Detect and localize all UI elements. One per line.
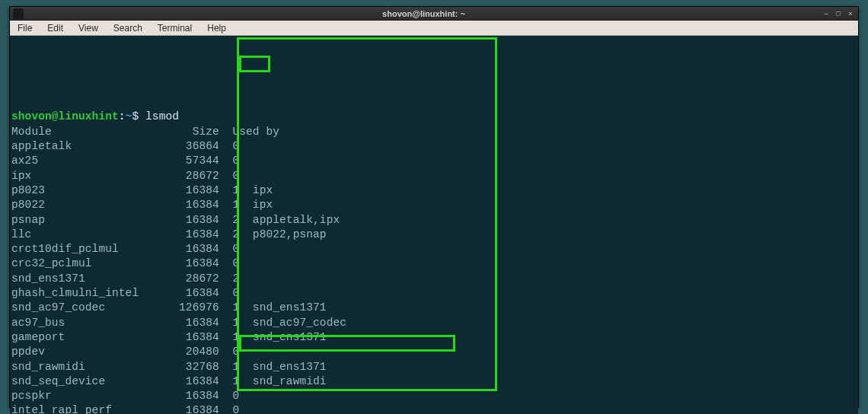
command-text: lsmod [145, 110, 179, 123]
lsmod-row: ax25 57344 0 [11, 154, 857, 168]
titlebar[interactable]: shovon@linuxhint: ~ – □ × [10, 7, 858, 21]
lsmod-row: snd_ac97_codec 126976 1 snd_ens1371 [11, 301, 857, 315]
lsmod-row: p8022 16384 1 ipx [11, 198, 857, 212]
window-title: shovon@linuxhint: ~ [27, 9, 821, 18]
window-controls: – □ × [821, 8, 856, 19]
terminal-output[interactable]: shovon@linuxhint:~$ lsmodModule Size Use… [10, 36, 858, 414]
prompt-colon: : [119, 110, 126, 123]
lsmod-row: llc 16384 2 p8022,psnap [11, 228, 857, 242]
lsmod-row: crct10dif_pclmul 16384 0 [11, 242, 857, 256]
menu-help[interactable]: Help [199, 21, 234, 35]
prompt-dollar: $ [132, 110, 145, 123]
lsmod-row: appletalk 36864 0 [11, 139, 857, 154]
lsmod-row: snd_seq_device 16384 1 snd_rawmidi [11, 374, 857, 389]
lsmod-row: pcspkr 16384 0 [11, 389, 857, 403]
lsmod-row: ghash_clmulni_intel 16384 0 [11, 286, 857, 301]
maximize-button[interactable]: □ [833, 8, 844, 19]
lsmod-row: ppdev 20480 0 [11, 345, 857, 359]
terminal-window: shovon@linuxhint: ~ – □ × FileEditViewSe… [9, 6, 859, 408]
menu-view[interactable]: View [71, 21, 106, 35]
prompt-user-host: shovon@linuxhint [11, 110, 119, 123]
menu-search[interactable]: Search [106, 21, 150, 35]
minimize-button[interactable]: – [821, 8, 831, 19]
lsmod-row: gameport 16384 1 snd_ens1371 [11, 330, 857, 345]
lsmod-row: crc32_pclmul 16384 0 [11, 256, 857, 271]
menubar: FileEditViewSearchTerminalHelp [10, 21, 858, 36]
prompt-line: shovon@linuxhint:~$ lsmod [11, 110, 857, 124]
lsmod-row: ipx 28672 0 [11, 169, 857, 183]
lsmod-row: snd_ens1371 28672 2 [11, 272, 857, 286]
lsmod-row: ac97_bus 16384 1 snd_ac97_codec [11, 316, 857, 330]
lsmod-row: psnap 16384 2 appletalk,ipx [11, 213, 857, 228]
menu-file[interactable]: File [14, 21, 40, 35]
menu-terminal[interactable]: Terminal [150, 21, 199, 35]
close-button[interactable]: × [845, 8, 856, 19]
app-icon [13, 8, 24, 19]
lsmod-header: Module Size Used by [11, 125, 857, 139]
menu-edit[interactable]: Edit [40, 21, 71, 35]
lsmod-row: snd_rawmidi 32768 1 snd_ens1371 [11, 360, 857, 374]
lsmod-row: p8023 16384 1 ipx [11, 183, 857, 198]
highlight-box-appletalk-used [239, 56, 270, 72]
lsmod-row: intel_rapl_perf 16384 0 [11, 403, 857, 414]
